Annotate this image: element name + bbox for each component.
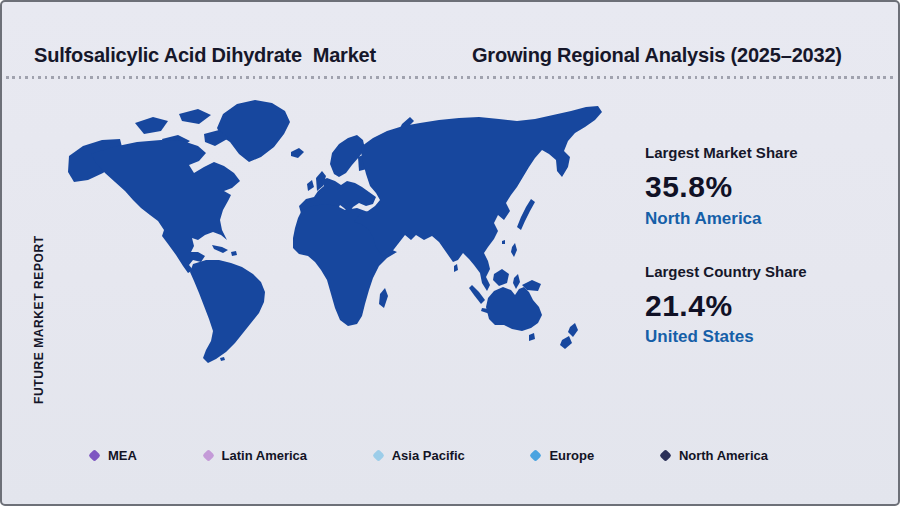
legend-marker-latin-america: [202, 449, 215, 462]
legend-item-mea: MEA: [90, 448, 137, 463]
stat-market-share: Largest Market Share 35.8% North America: [645, 144, 885, 229]
stats-panel: Largest Market Share 35.8% North America…: [645, 144, 885, 381]
infographic-card: Sulfosalicylic Acid Dihydrate Market Gro…: [0, 0, 900, 506]
legend-label: MEA: [108, 448, 137, 463]
legend-marker-europe: [530, 449, 543, 462]
page-title: Sulfosalicylic Acid Dihydrate Market: [34, 44, 376, 67]
stat-region: United States: [645, 327, 885, 347]
legend-marker-north-america: [659, 449, 672, 462]
page-subtitle: Growing Regional Analysis (2025–2032): [472, 44, 842, 67]
continent-south-america: [190, 260, 265, 363]
legend-item-latin-america: Latin America: [204, 448, 308, 463]
continent-asia: [354, 106, 602, 291]
stat-value: 35.8%: [645, 171, 885, 203]
brand-vertical-text: FUTURE MARKET REPORT: [32, 234, 52, 406]
stat-region: North America: [645, 209, 885, 229]
legend-label: North America: [679, 448, 768, 463]
continent-north-america: [68, 100, 290, 273]
world-map: [65, 94, 623, 386]
legend-marker-asia-pacific: [372, 449, 385, 462]
stat-country-share: Largest Country Share 21.4% United State…: [645, 263, 885, 348]
legend-label: Asia Pacific: [392, 448, 465, 463]
legend-item-asia-pacific: Asia Pacific: [374, 448, 465, 463]
legend-item-north-america: North America: [661, 448, 768, 463]
dotted-divider: [6, 76, 894, 79]
legend: MEA Latin America Asia Pacific Europe No…: [90, 448, 768, 463]
legend-item-europe: Europe: [531, 448, 594, 463]
legend-marker-mea: [88, 449, 101, 462]
stat-label: Largest Market Share: [645, 144, 885, 161]
legend-label: Europe: [549, 448, 594, 463]
legend-label: Latin America: [222, 448, 308, 463]
stat-label: Largest Country Share: [645, 263, 885, 280]
stat-value: 21.4%: [645, 290, 885, 322]
